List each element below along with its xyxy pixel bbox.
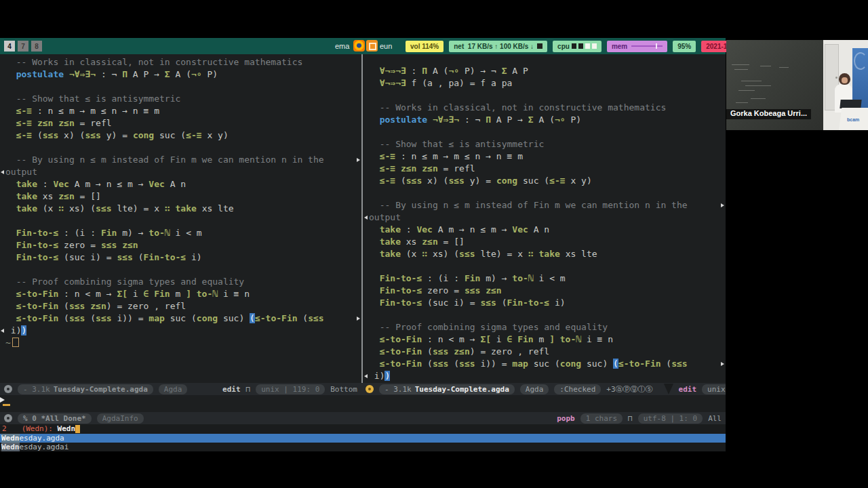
encoding-position-chip[interactable]: unix | 118:63 xyxy=(702,384,726,394)
line-continuation-icon xyxy=(364,216,368,220)
memory-gauge xyxy=(631,45,663,47)
buffer-chip[interactable]: % 0 *All Done* xyxy=(18,413,92,424)
chalk-writing xyxy=(751,98,766,99)
chalk-writing xyxy=(738,90,755,91)
cpu-badge[interactable]: cpu xyxy=(553,41,601,52)
memory-gauge-tick xyxy=(656,43,657,49)
line-wrap-icon xyxy=(721,203,724,207)
left-pane-code: -- Works in classical, not in constructi… xyxy=(0,56,361,349)
info-cursor xyxy=(3,404,10,406)
completion-candidate[interactable]: Wednesday.agda xyxy=(0,434,726,443)
code-line: ≤-to-Fin : n < m → Σ[ i ∈ Fin m ] to-ℕ i… xyxy=(0,288,361,300)
line-continuation-icon xyxy=(364,374,368,378)
modeline-separator xyxy=(664,384,673,394)
minibuffer-prompt: (Wedn): xyxy=(22,424,58,434)
line-wrap-icon xyxy=(357,317,360,321)
cpu-core-block xyxy=(592,43,597,49)
code-line: -- Works in classical, not in constructi… xyxy=(363,102,726,114)
chalk-writing xyxy=(732,64,749,65)
code-line: postulate ¬∀⇒∃¬ : ¬ Π A P → Σ A (¬∘ P) xyxy=(0,68,361,81)
code-line: Fin-to-≤ zero = s≤s z≤n xyxy=(363,285,726,297)
modeline-right: - 3.1kTuesday-Complete.agda Agda :Checke… xyxy=(361,383,726,395)
code-line: -- By using n ≤ m instead of Fin m we ca… xyxy=(0,154,361,166)
workspace-button-7[interactable]: 7 xyxy=(18,41,28,52)
modeline-info: % 0 *All Done* AgdaInfo popb 1 chars ⊓ u… xyxy=(0,412,726,424)
buffer-chip[interactable]: - 3.1kTuesday-Complete.agda xyxy=(379,384,515,394)
code-line xyxy=(0,142,361,154)
agda-info-window[interactable] xyxy=(0,395,726,412)
major-mode-chip[interactable]: Agda xyxy=(159,384,188,394)
firefox-icon[interactable] xyxy=(353,40,365,52)
code-line xyxy=(363,187,726,199)
window-title-right: eun xyxy=(380,42,392,50)
code-line: ≤-≡ z≤n z≤n = refl xyxy=(0,117,361,129)
agda-status-chip[interactable]: :Checked xyxy=(554,384,601,394)
completion-list: Wednesday.agdaWednesday.agdai xyxy=(0,434,726,451)
code-line: -- Proof combining sigma types and equal… xyxy=(0,276,361,288)
volume-badge[interactable]: vol 114% xyxy=(406,41,443,52)
code-line: ≤-≡ : n ≤ m → m ≤ n → n ≡ m xyxy=(363,150,726,163)
network-icon xyxy=(537,43,542,49)
cpu-core-block xyxy=(585,43,590,49)
encoding-position-chip[interactable]: unix | 119: 0 xyxy=(256,384,325,394)
minibuffer[interactable]: 2 (Wedn): Wedn Wednesday.agdaWednesday.a… xyxy=(0,424,726,451)
code-line: ∀¬⇒¬∃ : Π A (¬∘ P) → ¬ Σ A P xyxy=(363,65,726,77)
banner-graphic xyxy=(854,52,867,70)
door-handle xyxy=(835,77,837,79)
workspace-button-4[interactable]: 4 xyxy=(4,41,15,52)
major-mode-chip[interactable]: Agda xyxy=(520,384,549,394)
battery-badge[interactable]: 95% xyxy=(673,41,696,52)
workspace-button-8[interactable]: 8 xyxy=(31,41,42,52)
minibuffer-prompt-line[interactable]: 2 (Wedn): Wedn xyxy=(0,424,726,434)
lectern: bcam xyxy=(839,108,868,130)
code-line: take (x ∷ xs) (s≤s lte) = x ∷ take xs lt… xyxy=(363,248,726,260)
code-line: -- Works in classical, not in constructi… xyxy=(0,56,361,68)
code-line: i)) xyxy=(363,370,726,382)
window-start-icon xyxy=(0,397,5,403)
code-line xyxy=(363,89,726,102)
modeline-left: - 3.1kTuesday-Complete.agda Agda edit ⊓ … xyxy=(0,383,361,395)
minibuffer-input[interactable]: Wedn xyxy=(58,424,76,434)
speaker-name-label: Gorka Kobeaga Urri... xyxy=(726,109,811,119)
left-editor-pane[interactable]: -- Works in classical, not in constructi… xyxy=(0,54,361,383)
line-continuation-icon xyxy=(1,329,4,333)
memory-badge[interactable]: mem xyxy=(607,41,667,52)
code-line: -- Show that ≤ is antisymmetric xyxy=(363,138,726,150)
code-line: take xs z≤n = [] xyxy=(363,236,726,248)
memory-label: mem xyxy=(612,43,627,50)
code-line: ≤-to-Fin (s≤s (s≤s i)) = map suc (cong s… xyxy=(0,312,361,325)
major-mode-chip[interactable]: AgdaInfo xyxy=(97,413,144,424)
right-editor-pane[interactable]: ∀¬⇒¬∃ : Π A (¬∘ P) → ¬ Σ A P ∀¬⇒¬∃ f (a … xyxy=(363,54,726,383)
popb-indicator: popb xyxy=(557,414,575,423)
laptop xyxy=(840,100,861,108)
scroll-position: Bottom xyxy=(330,385,357,394)
buffer-state-icon xyxy=(4,414,12,422)
text-cursor xyxy=(75,425,80,433)
buffer-name: % 0 *All Done* xyxy=(23,414,86,423)
code-line: ≤-to-Fin (s≤s (s≤s i)) = map suc (cong s… xyxy=(363,358,726,370)
code-line: ≤-≡ z≤n z≤n = refl xyxy=(363,163,726,175)
buffer-chip[interactable]: - 3.1kTuesday-Complete.agda xyxy=(18,384,153,394)
code-line: ≤-≡ (s≤s x) (s≤s y) = cong suc (≤-≡ x y) xyxy=(0,129,361,142)
code-line: postulate ¬∀⇒∃¬ : ¬ Π A P → Σ A (¬∘ P) xyxy=(363,114,726,126)
buffer-state-icon xyxy=(4,385,12,393)
buffer-size: - 3.1k xyxy=(23,385,50,394)
code-line: ≤-to-Fin (s≤s z≤n) = zero , refl xyxy=(0,300,361,312)
webcam-overlay: bcam Gorka Kobeaga Urri... xyxy=(726,40,868,130)
code-line: output xyxy=(363,211,726,224)
code-line xyxy=(363,309,726,321)
encoding-position-chip[interactable]: utf-8 | 1: 0 xyxy=(638,413,703,424)
window-divider[interactable] xyxy=(361,54,363,383)
chars-chip: 1 chars xyxy=(580,413,623,424)
code-line: Fin-to-≤ (suc i) = s≤s (Fin-to-≤ i) xyxy=(363,297,726,309)
completion-candidate[interactable]: Wednesday.agdai xyxy=(0,443,726,451)
network-badge[interactable]: net 17 KB/s ↑ 100 KB/s ↓ xyxy=(449,41,547,52)
code-line: take (x ∷ xs) (s≤s lte) = x ∷ take xs lt… xyxy=(0,203,361,215)
code-line xyxy=(0,215,361,227)
code-line: ∀¬⇒¬∃ f (a , pa) = f a pa xyxy=(363,77,726,89)
emacs-window: -- Works in classical, not in constructi… xyxy=(0,54,726,451)
code-line: Fin-to-≤ : (i : Fin m) → to-ℕ i < m xyxy=(0,227,361,239)
code-line: take xs z≤n = [] xyxy=(0,190,361,203)
tray-app-icon[interactable] xyxy=(366,40,378,52)
window-title-left: ema xyxy=(335,42,349,50)
